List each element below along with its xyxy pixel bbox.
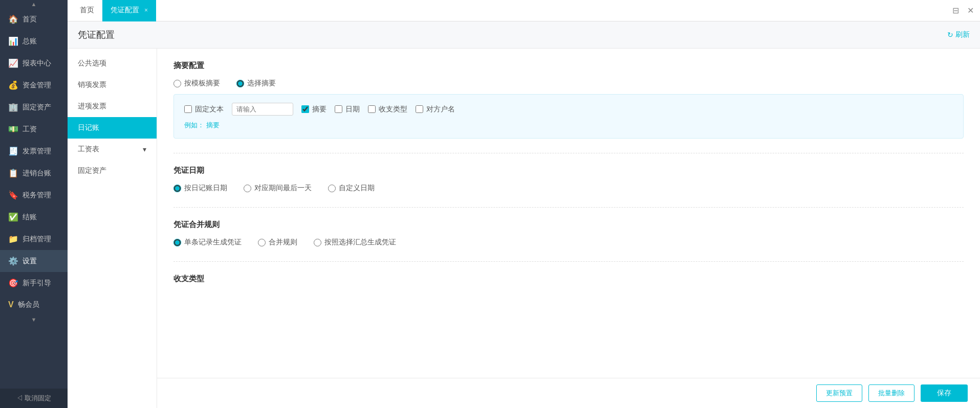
checkout-icon: ✅ bbox=[8, 212, 18, 222]
checkbox-fixed-text[interactable]: 固定文本 bbox=[184, 105, 224, 114]
radio-single-record[interactable]: 单条记录生成凭证 bbox=[173, 238, 242, 247]
radio-by-journal-date[interactable]: 按日记账日期 bbox=[173, 184, 227, 193]
update-preview-button[interactable]: 更新预置 bbox=[816, 384, 862, 402]
content-area: 凭证配置 ↻ 刷新 公共选项 销项发票 进项发票 日记账 bbox=[68, 21, 980, 408]
sidebar-item-home[interactable]: 🏠 首页 bbox=[0, 8, 68, 30]
radio-last-day-input[interactable] bbox=[244, 185, 251, 192]
left-nav-purchase-invoice[interactable]: 进项发票 bbox=[68, 96, 157, 117]
sidebar-item-vip[interactable]: V 畅会员 bbox=[0, 294, 68, 315]
checkbox-date[interactable]: 日期 bbox=[335, 105, 360, 114]
tab-bar: 首页 凭证配置 × ⊟ ✕ bbox=[68, 0, 980, 21]
summary-radio-group: 按模板摘要 选择摘要 bbox=[173, 79, 964, 88]
sidebar-scroll-down[interactable]: ▼ bbox=[0, 315, 68, 324]
radio-merge-rule-input[interactable] bbox=[258, 239, 266, 246]
income-type-section: 收支类型 bbox=[173, 274, 964, 284]
radio-template-summary[interactable]: 按模板摘要 bbox=[173, 79, 220, 88]
left-nav-journal[interactable]: 日记账 bbox=[68, 117, 157, 139]
left-nav: 公共选项 销项发票 进项发票 日记账 工资表 ▾ 固定资产 bbox=[68, 49, 157, 408]
sidebar-cancel-pin[interactable]: ◁ 取消固定 bbox=[0, 389, 68, 408]
two-col-layout: 公共选项 销项发票 进项发票 日记账 工资表 ▾ 固定资产 bbox=[68, 49, 980, 408]
summary-checkbox-group: 固定文本 摘要 日期 bbox=[173, 94, 964, 139]
merge-rules-section: 凭证合并规则 单条记录生成凭证 合并规则 按照选择汇总生成凭证 bbox=[173, 220, 964, 247]
checkbox-income-type[interactable]: 收支类型 bbox=[368, 105, 407, 114]
merge-rules-radio-group: 单条记录生成凭证 合并规则 按照选择汇总生成凭证 bbox=[173, 238, 964, 247]
guide-icon: 🎯 bbox=[8, 278, 18, 288]
home-icon: 🏠 bbox=[8, 14, 18, 24]
summary-config-section: 摘要配置 按模板摘要 选择摘要 bbox=[173, 61, 964, 139]
bottom-spacer bbox=[173, 298, 964, 329]
radio-last-day-of-period[interactable]: 对应期间最后一天 bbox=[244, 184, 312, 193]
example-text: 例如： 摘要 bbox=[184, 121, 953, 130]
checkbox-summary[interactable]: 摘要 bbox=[301, 105, 326, 114]
checkbox-date-input[interactable] bbox=[335, 105, 342, 113]
report-icon: 📈 bbox=[8, 58, 18, 68]
page-header: 凭证配置 ↻ 刷新 bbox=[68, 21, 980, 49]
salary-icon: 💵 bbox=[8, 124, 18, 134]
radio-select-summary-input[interactable] bbox=[236, 80, 244, 87]
vip-icon: V bbox=[8, 300, 14, 309]
checkbox-fixed-text-input[interactable] bbox=[184, 105, 192, 113]
divider-2 bbox=[173, 207, 964, 208]
voucher-date-radio-group: 按日记账日期 对应期间最后一天 自定义日期 bbox=[173, 184, 964, 193]
tab-actions: ⊟ ✕ bbox=[950, 4, 976, 17]
checkbox-summary-input[interactable] bbox=[301, 105, 309, 113]
sidebar-item-checkout[interactable]: ✅ 结账 bbox=[0, 206, 68, 228]
radio-custom-date-input[interactable] bbox=[328, 185, 336, 192]
radio-aggregate-input[interactable] bbox=[314, 239, 321, 246]
right-content: 摘要配置 按模板摘要 选择摘要 bbox=[157, 49, 980, 408]
checkbox-counterparty[interactable]: 对方户名 bbox=[416, 105, 455, 114]
tab-close-icon[interactable]: × bbox=[144, 7, 148, 14]
fund-icon: 💰 bbox=[8, 80, 18, 90]
merge-rules-title: 凭证合并规则 bbox=[173, 220, 964, 230]
ledger-icon: 📊 bbox=[8, 36, 18, 46]
window-close-button[interactable]: ✕ bbox=[965, 4, 976, 17]
sidebar-item-guide[interactable]: 🎯 新手引导 bbox=[0, 272, 68, 294]
sidebar-item-purchase-sales[interactable]: 📋 进销台账 bbox=[0, 162, 68, 184]
batch-delete-button[interactable]: 批量删除 bbox=[868, 384, 914, 402]
radio-journal-date-input[interactable] bbox=[173, 185, 181, 192]
radio-aggregate-by-selection[interactable]: 按照选择汇总生成凭证 bbox=[314, 238, 396, 247]
bottom-actions: 更新预置 批量删除 保存 bbox=[157, 378, 980, 408]
checkbox-income-type-input[interactable] bbox=[368, 105, 376, 113]
divider-1 bbox=[173, 153, 964, 153]
sidebar-item-tax[interactable]: 🔖 税务管理 bbox=[0, 184, 68, 206]
archive-icon: 📁 bbox=[8, 234, 18, 244]
main-area: 首页 凭证配置 × ⊟ ✕ 凭证配置 ↻ 刷新 公共选项 bbox=[68, 0, 980, 408]
sidebar: ▲ 🏠 首页 📊 总账 📈 报表中心 💰 资金管理 🏢 固定资产 💵 工资 🧾 … bbox=[0, 0, 68, 408]
checkbox-row: 固定文本 摘要 日期 bbox=[184, 103, 953, 116]
sidebar-item-report-center[interactable]: 📈 报表中心 bbox=[0, 52, 68, 74]
fixed-text-input[interactable] bbox=[232, 103, 293, 116]
sidebar-scroll-up[interactable]: ▲ bbox=[0, 0, 68, 8]
purchase-icon: 📋 bbox=[8, 168, 18, 178]
left-nav-sales-invoice[interactable]: 销项发票 bbox=[68, 74, 157, 96]
checkbox-counterparty-input[interactable] bbox=[416, 105, 423, 113]
radio-merge-rule[interactable]: 合并规则 bbox=[258, 238, 297, 247]
voucher-date-section: 凭证日期 按日记账日期 对应期间最后一天 自定义日期 bbox=[173, 166, 964, 193]
left-nav-fixed-assets[interactable]: 固定资产 bbox=[68, 160, 157, 182]
tab-voucher-config[interactable]: 凭证配置 × bbox=[102, 0, 156, 21]
radio-select-summary[interactable]: 选择摘要 bbox=[236, 79, 276, 88]
save-button[interactable]: 保存 bbox=[921, 384, 968, 402]
assets-icon: 🏢 bbox=[8, 102, 18, 112]
sidebar-item-settings[interactable]: ⚙️ 设置 bbox=[0, 250, 68, 272]
sidebar-item-fund-management[interactable]: 💰 资金管理 bbox=[0, 74, 68, 96]
left-nav-payroll[interactable]: 工资表 ▾ bbox=[68, 139, 157, 160]
voucher-date-title: 凭证日期 bbox=[173, 166, 964, 175]
sidebar-item-fixed-assets[interactable]: 🏢 固定资产 bbox=[0, 96, 68, 118]
sidebar-item-invoice[interactable]: 🧾 发票管理 bbox=[0, 140, 68, 162]
pin-icon: ◁ bbox=[16, 394, 23, 402]
radio-single-record-input[interactable] bbox=[173, 239, 181, 246]
tax-icon: 🔖 bbox=[8, 190, 18, 200]
radio-template-summary-input[interactable] bbox=[173, 80, 181, 87]
refresh-button[interactable]: ↻ 刷新 bbox=[947, 30, 970, 39]
chevron-down-icon: ▾ bbox=[143, 145, 146, 153]
sidebar-item-general-ledger[interactable]: 📊 总账 bbox=[0, 30, 68, 52]
window-minimize-button[interactable]: ⊟ bbox=[950, 4, 961, 17]
refresh-icon: ↻ bbox=[947, 31, 953, 39]
sidebar-item-salary[interactable]: 💵 工资 bbox=[0, 118, 68, 140]
radio-custom-date[interactable]: 自定义日期 bbox=[328, 184, 375, 193]
left-nav-public-options[interactable]: 公共选项 bbox=[68, 53, 157, 74]
page-title: 凭证配置 bbox=[78, 29, 115, 41]
tab-home[interactable]: 首页 bbox=[72, 0, 102, 21]
sidebar-item-archive[interactable]: 📁 归档管理 bbox=[0, 228, 68, 250]
